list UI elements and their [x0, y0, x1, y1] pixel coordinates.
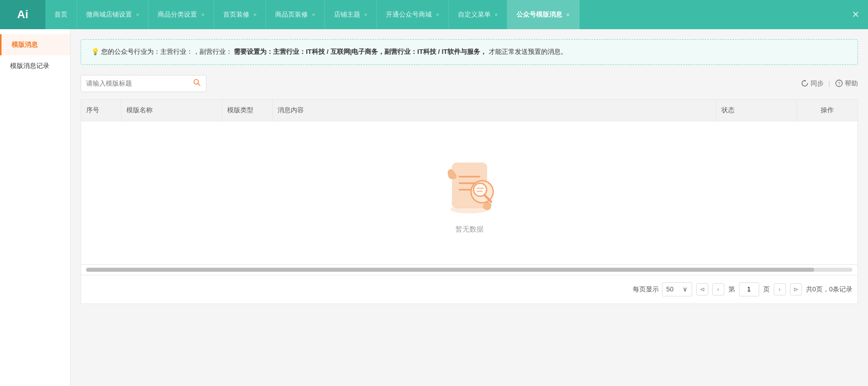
page-number-input[interactable] [739, 282, 759, 296]
th-seq: 序号 [81, 100, 121, 121]
empty-illustration [437, 151, 502, 217]
alert-box: 💡 您的公众号行业为：主营行业：，副营行业： 需要设置为：主营行业：IT科技 /… [81, 39, 858, 65]
empty-state: 暂无数据 [81, 121, 858, 265]
sidebar-item-template[interactable]: 模版消息 [0, 34, 70, 55]
logo-text: Ai [17, 8, 28, 21]
empty-text: 暂无数据 [455, 225, 484, 234]
page-label-before: 第 [728, 285, 735, 294]
first-page-button[interactable]: ⊲ [696, 283, 708, 295]
content-area: 💡 您的公众号行业为：主营行业：，副营行业： 需要设置为：主营行业：IT科技 /… [71, 29, 868, 386]
pagination: 每页显示 50 ∨ ⊲ ‹ 第 页 › [81, 275, 858, 304]
scroll-thumb[interactable] [86, 268, 814, 272]
search-input[interactable] [86, 80, 193, 87]
per-page-label: 每页显示 [633, 285, 659, 294]
prev-page-icon: ‹ [717, 286, 719, 293]
svg-line-1 [198, 84, 200, 86]
alert-highlight: 需要设置为：主营行业：IT科技 / 互联网|电子商务，副营行业：IT科技 / I… [234, 48, 487, 55]
table-header: 序号 模版名称 模版类型 消息内容 状态 操作 [81, 99, 858, 121]
page-label-after: 页 [763, 285, 770, 294]
scroll-track[interactable] [86, 268, 852, 272]
per-page-select[interactable]: 50 ∨ [662, 282, 692, 296]
close-tab-category-icon[interactable]: × [201, 12, 204, 18]
total-info: 共0页，0条记录 [806, 285, 852, 294]
sync-label: 同步 [811, 79, 824, 88]
close-tab-wshop-icon[interactable]: × [136, 12, 139, 18]
nav-tab-mall[interactable]: 开通公众号商城 × [377, 0, 448, 29]
alert-prefix: 您的公众号行业为：主营行业：，副营行业： [101, 48, 232, 55]
toolbar-divider: | [829, 80, 830, 87]
main-layout: 模版消息模版消息记录 💡 您的公众号行业为：主营行业：，副营行业： 需要设置为：… [0, 29, 868, 386]
search-bar: 同步 | ? 帮助 [81, 75, 858, 92]
search-button[interactable] [193, 79, 201, 89]
sync-icon [801, 80, 809, 87]
sidebar: 模版消息模版消息记录 [0, 29, 71, 386]
close-tab-custommenu-icon[interactable]: × [495, 12, 498, 18]
next-page-icon: › [779, 286, 781, 293]
nav-tab-home[interactable]: 首页 [45, 0, 77, 29]
prev-page-button[interactable]: ‹ [712, 283, 724, 295]
nav-tab-custommenu[interactable]: 自定义菜单 × [449, 0, 507, 29]
top-nav: Ai 首页微商城店铺设置 ×商品分类设置 ×首页装修 ×商品页装修 ×店铺主题 … [0, 0, 868, 29]
sidebar-item-record[interactable]: 模版消息记录 [0, 55, 70, 76]
help-icon: ? [835, 80, 843, 87]
nav-tab-templatemsg[interactable]: 公众号模版消息 × [507, 0, 579, 29]
nav-tab-homepage[interactable]: 首页装修 × [214, 0, 266, 29]
search-input-wrap [81, 75, 207, 92]
nav-tab-productpage[interactable]: 商品页装修 × [266, 0, 324, 29]
alert-icon: 💡 [91, 48, 99, 55]
toolbar-right: 同步 | ? 帮助 [801, 79, 858, 88]
th-action: 操作 [797, 100, 857, 121]
close-tab-productpage-icon[interactable]: × [312, 12, 315, 18]
nav-tab-wshop[interactable]: 微商城店铺设置 × [77, 0, 149, 29]
close-tab-mall-icon[interactable]: × [436, 12, 439, 18]
page-select-wrap: 每页显示 50 ∨ [633, 282, 692, 296]
close-tab-templatemsg-icon[interactable]: × [566, 12, 569, 18]
th-status: 状态 [716, 100, 797, 121]
alert-suffix: 才能正常发送预置的消息。 [489, 48, 567, 55]
search-icon [193, 79, 201, 87]
sync-button[interactable]: 同步 [801, 79, 824, 88]
per-page-value: 50 [666, 285, 674, 293]
help-label: 帮助 [845, 79, 858, 88]
chevron-down-icon: ∨ [683, 285, 688, 293]
logo: Ai [0, 0, 45, 29]
nav-tab-theme[interactable]: 店铺主题 × [325, 0, 377, 29]
scroll-bar-wrap [81, 265, 858, 275]
th-type: 模版类型 [222, 100, 273, 121]
th-content: 消息内容 [273, 100, 716, 121]
nav-tab-category[interactable]: 商品分类设置 × [149, 0, 214, 29]
last-page-icon: ⊳ [793, 286, 798, 293]
table-wrap: 序号 模版名称 模版类型 消息内容 状态 操作 [81, 99, 858, 304]
last-page-button[interactable]: ⊳ [790, 283, 802, 295]
close-tab-homepage-icon[interactable]: × [253, 12, 256, 18]
help-button[interactable]: ? 帮助 [835, 79, 858, 88]
svg-text:?: ? [838, 81, 840, 86]
close-tab-theme-icon[interactable]: × [364, 12, 367, 18]
nav-tabs: 首页微商城店铺设置 ×商品分类设置 ×首页装修 ×商品页装修 ×店铺主题 ×开通… [45, 0, 843, 29]
next-page-button[interactable]: › [774, 283, 786, 295]
close-all-button[interactable]: ✕ [843, 0, 868, 29]
th-name: 模版名称 [121, 100, 222, 121]
first-page-icon: ⊲ [700, 286, 705, 293]
